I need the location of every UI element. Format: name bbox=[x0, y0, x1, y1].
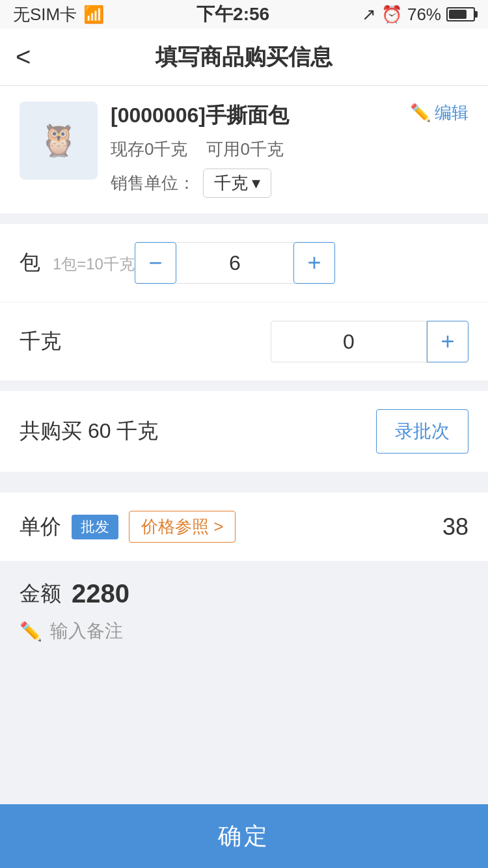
alarm-icon: ⏰ bbox=[381, 5, 402, 25]
wifi-icon: 📶 bbox=[83, 5, 104, 25]
stock-text: 现存0千克 bbox=[111, 139, 187, 159]
bao-quantity-row: 包 1包=10千克 − + bbox=[0, 224, 488, 303]
bao-label: 包 bbox=[20, 251, 40, 274]
bao-quantity-control: − + bbox=[135, 242, 335, 284]
status-left: 无SIM卡 📶 bbox=[13, 3, 104, 26]
battery-text: 76% bbox=[407, 5, 441, 25]
kg-quantity-control: + bbox=[271, 321, 468, 362]
amount-row: 金额 2280 bbox=[20, 579, 468, 608]
amount-value: 2280 bbox=[72, 579, 129, 608]
unit-select[interactable]: 千克 ▾ bbox=[203, 169, 271, 198]
summary-text: 共购买 60 千克 bbox=[20, 417, 158, 446]
divider bbox=[0, 482, 488, 493]
edit-icon: ✏️ bbox=[410, 103, 431, 123]
edit-label: 编辑 bbox=[435, 102, 468, 124]
product-info: [0000006]手撕面包 ✏️ 编辑 现存0千克 可用0千克 销售单位： 千克… bbox=[111, 102, 468, 198]
location-icon: ↗ bbox=[362, 5, 376, 25]
price-value: 38 bbox=[442, 513, 468, 541]
price-label: 单价 bbox=[20, 513, 61, 541]
dropdown-icon: ▾ bbox=[252, 173, 260, 193]
bao-increment-button[interactable]: + bbox=[293, 242, 335, 284]
pencil-icon: ✏️ bbox=[20, 621, 42, 642]
product-stock: 现存0千克 可用0千克 bbox=[111, 138, 468, 161]
status-right: ↗ ⏰ 76% bbox=[362, 5, 475, 25]
note-row[interactable]: ✏️ 输入备注 bbox=[20, 619, 468, 644]
battery-icon bbox=[446, 7, 475, 21]
back-button[interactable]: < bbox=[16, 42, 31, 72]
summary-row: 共购买 60 千克 录批次 bbox=[0, 391, 488, 472]
quantity-section: 包 1包=10千克 − + 千克 + bbox=[0, 224, 488, 381]
price-section: 单价 批发 价格参照 > 38 bbox=[0, 493, 488, 561]
status-bar: 无SIM卡 📶 下午2:56 ↗ ⏰ 76% bbox=[0, 0, 488, 29]
available-text: 可用0千克 bbox=[206, 139, 283, 159]
product-card: 🦉 [0000006]手撕面包 ✏️ 编辑 现存0千克 可用0千克 销售单位： … bbox=[0, 86, 488, 213]
amount-section: 金额 2280 ✏️ 输入备注 bbox=[0, 561, 488, 657]
bao-label-group: 包 1包=10千克 bbox=[20, 249, 135, 277]
bao-quantity-input[interactable] bbox=[176, 242, 293, 284]
edit-button[interactable]: ✏️ 编辑 bbox=[410, 102, 468, 124]
amount-label: 金额 bbox=[20, 580, 61, 608]
batch-button[interactable]: 录批次 bbox=[376, 409, 468, 454]
kg-label: 千克 bbox=[20, 327, 271, 356]
carrier-text: 无SIM卡 bbox=[13, 3, 77, 26]
status-time: 下午2:56 bbox=[197, 2, 269, 27]
product-thumb-icon: 🦉 bbox=[39, 122, 78, 159]
product-unit-row: 销售单位： 千克 ▾ bbox=[111, 169, 468, 198]
note-label: 输入备注 bbox=[50, 619, 123, 644]
bao-decrement-button[interactable]: − bbox=[135, 242, 176, 284]
unit-label: 销售单位： bbox=[111, 172, 195, 195]
unit-value: 千克 bbox=[214, 172, 248, 195]
price-tag: 批发 bbox=[72, 515, 118, 539]
nav-bar: < 填写商品购买信息 bbox=[0, 29, 488, 86]
bao-hint: 1包=10千克 bbox=[53, 255, 135, 273]
kg-increment-button[interactable]: + bbox=[427, 321, 468, 362]
product-thumbnail: 🦉 bbox=[20, 102, 98, 180]
product-header-row: [0000006]手撕面包 ✏️ 编辑 bbox=[111, 102, 468, 138]
confirm-button[interactable]: 确定 bbox=[0, 804, 488, 868]
page-title: 填写商品购买信息 bbox=[156, 42, 332, 72]
price-ref-button[interactable]: 价格参照 > bbox=[129, 511, 236, 543]
product-name: [0000006]手撕面包 bbox=[111, 102, 289, 130]
kg-quantity-input[interactable] bbox=[271, 321, 427, 362]
kg-quantity-row: 千克 + bbox=[0, 303, 488, 381]
